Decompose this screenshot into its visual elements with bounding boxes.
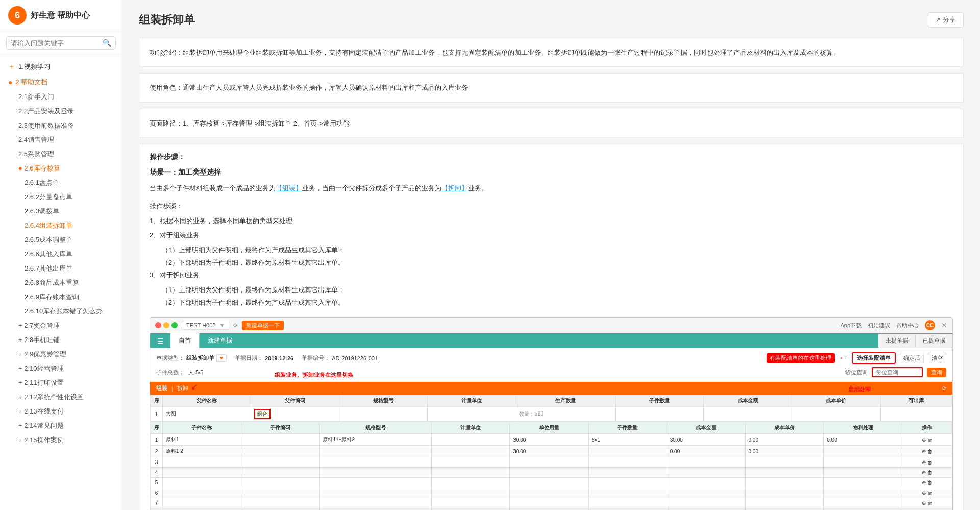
sc-sub-row-1: 1 原料1 原料11+原料2 30.00 5×1 30.00 0.00 0.00…: [151, 434, 952, 446]
sidebar-item-video-label: 1.视频学习: [18, 62, 51, 71]
sidebar-item-213[interactable]: + 2.13在线支付: [0, 404, 122, 419]
sidebar-item-docs[interactable]: ● 2.帮助文档: [0, 75, 122, 90]
scene1-desc: 当由多个子件材料组装成一个成品的业务为【组装】业务，当由一个父件拆分成多个子产品…: [150, 182, 953, 195]
sidebar-item-211[interactable]: + 2.11打印设置: [0, 376, 122, 390]
annotation2-text: 组装业务、拆卸业务在这里切换: [273, 371, 355, 379]
screenshot: TEST-H002 ▼ ⟳ 新建单据一下 App下载 初始建议 帮助中心 CC …: [150, 317, 953, 510]
sc-row2-copy[interactable]: ⊕: [922, 449, 926, 454]
sc-search-btn[interactable]: 查询: [927, 368, 946, 377]
operation-steps-section: 操作步骤： 场景一：加工类型选择 当由多个子件材料组装成一个成品的业务为【组装】…: [139, 144, 964, 510]
app-download-link[interactable]: App下载: [840, 322, 862, 329]
sc-type-assembly[interactable]: 组装: [156, 384, 167, 392]
window-close-btn[interactable]: [155, 322, 161, 328]
sc-sub-col-op: 操作: [902, 422, 952, 434]
nav-section-docs: ● 2.帮助文档 2.1新手入门 2.2产品安装及登录 2.3使用前数据准备 2…: [0, 75, 122, 447]
sidebar-item-212[interactable]: + 2.12系统个性化设置: [0, 390, 122, 404]
sc-clear-btn[interactable]: 清空: [928, 353, 946, 363]
sc-row7-copy[interactable]: ⊕: [922, 500, 926, 506]
role-section: 使用角色：通常由生产人员或库管人员完成折装业务的操作，库管人员确认原材料的出库和…: [139, 73, 964, 102]
sidebar-item-264[interactable]: 2.6.4组装拆卸单: [0, 218, 122, 233]
sc-sub-col-qty: 子件数量: [589, 422, 667, 434]
sidebar-item-265[interactable]: 2.6.5成本调整单: [0, 233, 122, 247]
sc-col-cost-amt: 成本金额: [704, 395, 792, 407]
sc-field-type: 单据类型： 组装拆卸单 ▼: [156, 354, 227, 362]
sidebar-item-214[interactable]: + 2.14常见问题: [0, 419, 122, 433]
refresh-icon: ⟳: [233, 322, 238, 329]
sidebar-item-262[interactable]: 2.6.2分量盘点单: [0, 190, 122, 204]
sc-sub-col-cost-price: 成本单价: [745, 422, 824, 434]
sidebar-item-28[interactable]: + 2.8手机旺铺: [0, 333, 122, 347]
sc-row3-copy[interactable]: ⊕: [922, 459, 926, 465]
search-input[interactable]: [11, 39, 103, 47]
sc-sub-col-seq: 序: [151, 422, 163, 434]
annotation3-arrow: ↑: [849, 383, 853, 392]
sc-loca-label: 货位查询: [845, 369, 868, 376]
sc-pending-btn[interactable]: 未提单据: [878, 334, 915, 348]
sc-sidebar-toggle[interactable]: ☰: [150, 334, 170, 348]
sidebar-item-2610[interactable]: 2.6.10库存账本错了怎么办: [0, 304, 122, 319]
sc-row2-del[interactable]: 🗑: [927, 449, 933, 454]
sc-col-parent-code: 父件编码: [251, 395, 339, 407]
sidebar-item-268[interactable]: 2.6.8商品成本重算: [0, 276, 122, 290]
settings-link[interactable]: 初始建议: [868, 322, 890, 329]
sc-assembly-code-input[interactable]: 组合: [254, 409, 271, 419]
window-max-btn[interactable]: [172, 322, 178, 328]
sidebar-item-27[interactable]: + 2.7资金管理: [0, 319, 122, 333]
share-button[interactable]: ↗ 分享: [928, 12, 964, 28]
sc-row5-copy[interactable]: ⊕: [922, 480, 926, 485]
sc-row1-copy[interactable]: ⊕: [922, 437, 926, 443]
operations-title: 操作步骤：: [150, 153, 953, 162]
sc-submitted-btn[interactable]: 已提单据: [915, 334, 952, 348]
sidebar-item-267[interactable]: 2.6.7其他出库单: [0, 261, 122, 276]
sidebar-item-215[interactable]: + 2.15操作案例: [0, 433, 122, 447]
sc-row7-del[interactable]: 🗑: [927, 500, 933, 506]
sidebar-item-26[interactable]: ● 2.6库存核算: [0, 161, 122, 176]
sidebar-item-video[interactable]: ＋ 1.视频学习: [0, 59, 122, 75]
search-icon[interactable]: 🔍: [103, 39, 111, 47]
sc-row6-del[interactable]: 🗑: [927, 490, 933, 496]
user-avatar: CC: [925, 320, 935, 330]
sc-sub-row-4: 4 ⊕ 🗑: [151, 468, 952, 478]
sidebar-item-25[interactable]: 2.5采购管理: [0, 147, 122, 161]
sc-row1-del[interactable]: 🗑: [927, 437, 933, 443]
sc-field-date: 单据日期： 2019-12-26: [235, 354, 293, 362]
sc-loca-input[interactable]: [872, 367, 923, 377]
logo-area: 6 好生意 帮助中心: [0, 0, 122, 31]
sc-select-btn2[interactable]: 确定后: [900, 353, 924, 363]
annotation1-text: 有装配清单的在这里处理: [767, 353, 835, 363]
search-area: 🔍: [0, 31, 122, 55]
sidebar-item-21[interactable]: 2.1新手入门: [0, 90, 122, 104]
sc-tab-new-bill[interactable]: 新建单据: [199, 333, 240, 348]
help-link[interactable]: 帮助中心: [896, 322, 919, 329]
dropdown-icon: ▼: [219, 322, 225, 328]
sc-close-icon[interactable]: ✕: [941, 321, 947, 329]
sidebar-item-210[interactable]: + 2.10经营管理: [0, 361, 122, 376]
scene1-title: 场景一：加工类型选择: [150, 168, 953, 177]
new-bill-button[interactable]: 新建单据一下: [242, 321, 284, 330]
sc-field-order: 单据编号： AD-20191226-001: [302, 354, 378, 362]
sc-col-produce-qty: 生产数量: [516, 395, 616, 407]
sidebar-item-269[interactable]: 2.6.9库存账本查询: [0, 290, 122, 304]
sc-select-bom-btn[interactable]: 选择装配清单: [852, 352, 896, 364]
sidebar-item-266[interactable]: 2.6.6其他入库单: [0, 247, 122, 261]
sc-row6-copy[interactable]: ⊕: [922, 490, 926, 496]
sidebar-item-29[interactable]: + 2.9优惠券管理: [0, 347, 122, 361]
sidebar-item-23[interactable]: 2.3使用前数据准备: [0, 118, 122, 133]
sc-row4-del[interactable]: 🗑: [927, 470, 933, 475]
sc-col-unit: 计量单位: [428, 395, 516, 407]
sidebar-item-24[interactable]: 2.4销售管理: [0, 133, 122, 147]
sc-type-disassembly[interactable]: 拆卸: [177, 384, 188, 392]
sidebar-item-263[interactable]: 2.6.3调拨单: [0, 204, 122, 218]
sc-row3-del[interactable]: 🗑: [927, 459, 933, 465]
sc-row4-copy[interactable]: ⊕: [922, 470, 926, 475]
sc-row5-del[interactable]: 🗑: [927, 480, 933, 485]
sidebar-item-22[interactable]: 2.2产品安装及登录: [0, 104, 122, 118]
window-min-btn[interactable]: [163, 322, 169, 328]
sc-type-select[interactable]: ▼: [216, 354, 227, 362]
logo-text: 好生意 帮助中心: [31, 10, 90, 21]
sc-col-seq: 序: [151, 395, 163, 407]
sidebar-item-261[interactable]: 2.6.1盘点单: [0, 176, 122, 190]
sc-sub-col-code: 子件编码: [241, 422, 320, 434]
sc-tab-home[interactable]: 自首: [170, 333, 199, 348]
intro-text: 功能介绍：组装拆卸单用来处理企业组装或拆卸等加工业务，支持有固定装配清单的产品加…: [150, 46, 953, 58]
